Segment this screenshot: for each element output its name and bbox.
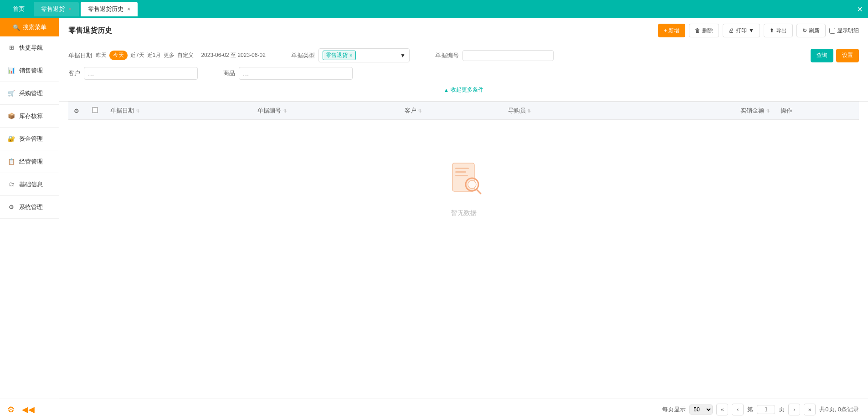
th-customer-label: 客户: [405, 107, 416, 114]
goods-filter-item: 商品 ...: [223, 67, 353, 80]
date-1month[interactable]: 近1月: [147, 51, 161, 59]
number-sort-icon[interactable]: ⇅: [283, 108, 287, 113]
type-filter-select[interactable]: 零售退货 × ▼: [318, 48, 410, 62]
last-page-button[interactable]: »: [804, 404, 816, 415]
goods-filter-select[interactable]: ...: [239, 67, 353, 80]
filter-collapse-row: ▲ 收起更多条件: [68, 84, 859, 96]
date-sort-icon[interactable]: ⇅: [136, 108, 139, 113]
toolbar: + 新增 🗑 删除 🖨 打印 ▼ ⬆ 导出 ↻: [658, 24, 859, 37]
date-today[interactable]: 今天: [109, 51, 128, 60]
svg-rect-2: [455, 171, 466, 173]
refresh-button[interactable]: ↻ 刷新: [796, 24, 826, 37]
export-button[interactable]: ⬆ 导出: [764, 24, 793, 37]
first-page-button[interactable]: «: [716, 404, 728, 415]
print-button[interactable]: 🖨 打印 ▼: [723, 24, 760, 37]
tab-home[interactable]: 首页: [5, 2, 32, 16]
tab-retail-return-history[interactable]: 零售退货历史 ×: [81, 2, 138, 16]
display-detail-checkbox[interactable]: 显示明细: [829, 27, 859, 35]
tab-retail-return[interactable]: 零售退货 ×: [34, 2, 79, 16]
settings-bottom-icon[interactable]: ⚙: [7, 405, 15, 415]
date-yesterday[interactable]: 昨天: [96, 51, 107, 59]
table-area: ⚙ 单据日期 ⇅ 单据编号 ⇅: [59, 102, 868, 399]
number-filter-label: 单据编号: [435, 51, 459, 60]
customer-filter-item: 客户 ...: [68, 67, 198, 80]
th-settings[interactable]: ⚙: [68, 102, 87, 120]
type-tag-close[interactable]: ×: [349, 52, 353, 59]
type-dropdown-icon: ▼: [400, 52, 406, 59]
empty-illustration: [441, 156, 487, 202]
page-size-select[interactable]: 50 100 200: [689, 405, 713, 415]
sidebar-item-operation[interactable]: 📋 经营管理: [0, 150, 59, 173]
sidebar-search[interactable]: 🔍 搜索菜单: [0, 18, 59, 36]
sidebar-item-quick-nav[interactable]: ⊞ 快捷导航: [0, 36, 59, 59]
quick-nav-icon: ⊞: [7, 44, 15, 52]
sidebar-item-purchase-label: 采购管理: [19, 89, 43, 97]
collapse-label: 收起更多条件: [451, 86, 483, 94]
close-window-icon[interactable]: ×: [857, 4, 863, 15]
mute-bottom-icon[interactable]: ◀◀: [22, 405, 35, 415]
column-settings-icon[interactable]: ⚙: [74, 108, 79, 114]
filter-row-1: 单据日期 昨天 今天 近7天 近1月 更多 自定义 2023-06-02 至 2…: [68, 48, 859, 62]
tab-retail-return-close[interactable]: ×: [68, 6, 72, 12]
date-filter-item: 单据日期 昨天 今天 近7天 近1月 更多 自定义: [68, 51, 194, 60]
print-label: 打印: [736, 27, 747, 35]
th-action-label: 操作: [781, 107, 792, 114]
customer-filter-select[interactable]: ...: [84, 67, 198, 80]
th-customer[interactable]: 客户 ⇅: [399, 102, 503, 120]
empty-state: 暂无数据: [68, 120, 859, 254]
th-date[interactable]: 单据日期 ⇅: [105, 102, 252, 120]
collapse-button[interactable]: ▲ 收起更多条件: [440, 84, 488, 96]
date-filter-label: 单据日期: [68, 51, 92, 60]
sidebar-item-inventory[interactable]: 📦 库存核算: [0, 105, 59, 128]
th-date-label: 单据日期: [110, 107, 134, 114]
empty-text: 暂无数据: [451, 209, 477, 217]
page-title-row: 零售退货历史 + 新增 🗑 删除 🖨 打印 ▼ ⬆ 导出: [68, 24, 859, 37]
sidebar-item-system[interactable]: ⚙ 系统管理: [0, 196, 59, 219]
query-button[interactable]: 查询: [811, 49, 833, 62]
sidebar-item-system-label: 系统管理: [19, 203, 43, 211]
export-icon: ⬆: [770, 27, 774, 34]
page-size-label: 每页显示: [662, 405, 686, 414]
delete-button[interactable]: 🗑 删除: [689, 24, 719, 37]
refresh-label: 刷新: [809, 27, 820, 35]
filter-area: 单据日期 昨天 今天 近7天 近1月 更多 自定义 2023-06-02 至 2…: [68, 43, 859, 101]
type-tag: 零售退货 ×: [323, 51, 356, 60]
basic-info-icon: 🗂: [7, 180, 15, 189]
sidebar-bottom: ⚙ ◀◀: [0, 399, 59, 420]
new-button[interactable]: + 新增: [658, 24, 685, 37]
sidebar-item-sales-label: 销售管理: [19, 67, 43, 75]
date-more[interactable]: 更多: [164, 51, 175, 59]
select-all-checkbox[interactable]: [92, 107, 98, 113]
customer-sort-icon[interactable]: ⇅: [418, 108, 421, 113]
sidebar-item-purchase[interactable]: 🛒 采购管理: [0, 82, 59, 105]
finance-icon: 🔐: [7, 135, 15, 143]
sidebar-item-operation-label: 经营管理: [19, 158, 43, 166]
display-detail-input[interactable]: [829, 28, 835, 34]
date-7days[interactable]: 近7天: [130, 51, 144, 59]
th-guide[interactable]: 导购员 ⇅: [503, 102, 628, 120]
sidebar: 🔍 搜索菜单 ⊞ 快捷导航 📊 销售管理 🛒 采购管理 📦 库存核算 🔐 资金管…: [0, 18, 59, 420]
print-dropdown-icon: ▼: [749, 27, 754, 34]
export-label: 导出: [776, 27, 787, 35]
prev-page-button[interactable]: ‹: [732, 404, 744, 415]
sidebar-item-basic-info[interactable]: 🗂 基础信息: [0, 173, 59, 196]
date-custom[interactable]: 自定义: [177, 51, 194, 59]
type-filter-label: 单据类型: [291, 51, 315, 60]
sidebar-item-sales[interactable]: 📊 销售管理: [0, 59, 59, 82]
next-page-button[interactable]: ›: [788, 404, 800, 415]
sidebar-item-finance[interactable]: 🔐 资金管理: [0, 128, 59, 150]
amount-sort-icon[interactable]: ⇅: [766, 108, 770, 113]
setting-button[interactable]: 设置: [836, 49, 859, 62]
sidebar-item-inventory-label: 库存核算: [19, 112, 43, 120]
page-label: 第: [747, 405, 753, 414]
guide-sort-icon[interactable]: ⇅: [527, 108, 531, 113]
th-checkbox[interactable]: [87, 102, 105, 120]
th-number[interactable]: 单据编号 ⇅: [252, 102, 399, 120]
page-number-input[interactable]: [757, 405, 775, 414]
th-amount[interactable]: 实销金额 ⇅: [628, 102, 775, 120]
number-filter-input[interactable]: [462, 50, 554, 61]
data-table: ⚙ 单据日期 ⇅ 单据编号 ⇅: [68, 102, 859, 254]
tab-retail-return-history-close[interactable]: ×: [127, 6, 130, 12]
svg-point-5: [468, 180, 476, 189]
system-icon: ⚙: [7, 203, 15, 211]
